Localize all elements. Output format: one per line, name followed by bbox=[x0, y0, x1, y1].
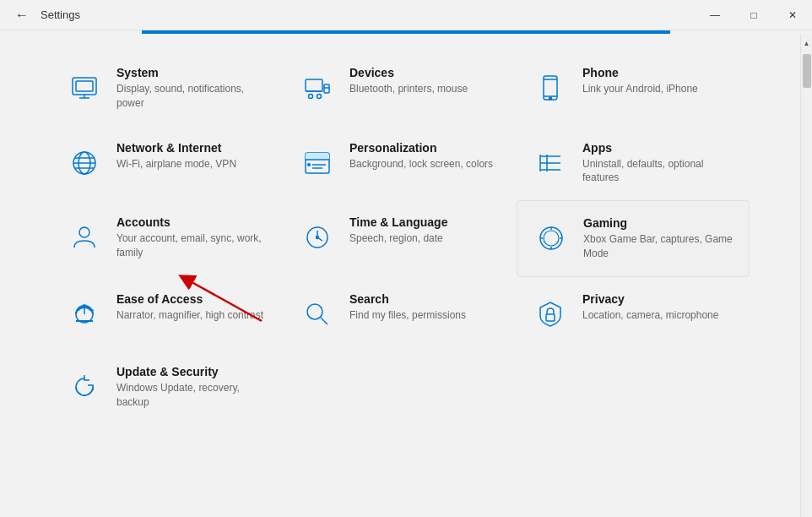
settings-item-ease[interactable]: Ease of Access Narrator, magnifier, high… bbox=[51, 277, 284, 350]
settings-item-name-privacy: Privacy bbox=[582, 292, 736, 306]
scrollbar-thumb[interactable] bbox=[803, 54, 811, 88]
settings-item-desc-devices: Bluetooth, printers, mouse bbox=[349, 82, 503, 96]
svg-point-34 bbox=[317, 237, 319, 239]
close-button[interactable]: ✕ bbox=[773, 0, 812, 30]
back-button[interactable]: ← bbox=[10, 3, 34, 27]
settings-item-name-apps: Apps bbox=[582, 141, 736, 155]
settings-grid: System Display, sound, notifications, po… bbox=[51, 51, 750, 424]
svg-rect-20 bbox=[306, 153, 329, 160]
devices-icon bbox=[297, 68, 338, 108]
main-content: System Display, sound, notifications, po… bbox=[0, 34, 800, 517]
svg-rect-4 bbox=[306, 79, 322, 91]
settings-item-text-update: Update & Security Windows Update, recove… bbox=[116, 365, 270, 410]
settings-item-name-accounts: Accounts bbox=[116, 215, 270, 229]
settings-item-text-time: Time & Language Speech, region, date bbox=[349, 215, 503, 246]
search-icon bbox=[297, 294, 338, 335]
network-icon bbox=[64, 143, 105, 183]
settings-item-update[interactable]: Update & Security Windows Update, recove… bbox=[51, 350, 284, 425]
settings-item-name-phone: Phone bbox=[582, 66, 736, 79]
settings-item-name-ease: Ease of Access bbox=[116, 292, 270, 306]
svg-rect-3 bbox=[76, 81, 93, 91]
svg-rect-48 bbox=[546, 314, 555, 321]
settings-item-desc-phone: Link your Android, iPhone bbox=[582, 82, 736, 96]
personalization-icon bbox=[297, 143, 338, 183]
scrollbar[interactable]: ▲ bbox=[800, 34, 812, 517]
settings-item-search[interactable]: Search Find my files, permissions bbox=[284, 277, 517, 350]
svg-point-46 bbox=[307, 304, 322, 319]
settings-item-desc-ease: Narrator, magnifier, high contrast bbox=[116, 308, 270, 323]
settings-item-phone[interactable]: Phone Link your Android, iPhone bbox=[517, 51, 750, 126]
svg-point-36 bbox=[544, 231, 559, 246]
settings-item-name-personalization: Personalization bbox=[349, 141, 503, 155]
settings-item-desc-personalization: Background, lock screen, colors bbox=[349, 157, 503, 171]
settings-item-devices[interactable]: Devices Bluetooth, printers, mouse bbox=[284, 51, 517, 126]
settings-item-name-network: Network & Internet bbox=[116, 141, 270, 155]
settings-item-desc-time: Speech, region, date bbox=[349, 231, 503, 246]
phone-icon bbox=[530, 68, 571, 108]
scrollbar-up[interactable]: ▲ bbox=[801, 35, 813, 51]
settings-item-desc-update: Windows Update, recovery, backup bbox=[116, 381, 270, 410]
settings-item-apps[interactable]: Apps Uninstall, defaults, optional featu… bbox=[517, 126, 750, 201]
settings-item-time[interactable]: Time & Language Speech, region, date bbox=[284, 200, 517, 277]
settings-item-text-phone: Phone Link your Android, iPhone bbox=[582, 66, 736, 96]
settings-item-text-ease: Ease of Access Narrator, magnifier, high… bbox=[116, 292, 270, 323]
minimize-button[interactable]: — bbox=[696, 0, 734, 30]
settings-item-desc-network: Wi-Fi, airplane mode, VPN bbox=[116, 157, 270, 171]
settings-item-name-devices: Devices bbox=[349, 66, 503, 79]
settings-item-accounts[interactable]: Accounts Your account, email, sync, work… bbox=[51, 200, 284, 277]
svg-point-13 bbox=[549, 97, 552, 100]
settings-item-desc-privacy: Location, camera, microphone bbox=[582, 308, 736, 323]
settings-item-text-apps: Apps Uninstall, defaults, optional featu… bbox=[582, 141, 736, 186]
svg-point-8 bbox=[309, 95, 313, 99]
svg-line-47 bbox=[321, 318, 328, 324]
window-title: Settings bbox=[41, 8, 80, 21]
settings-item-name-time: Time & Language bbox=[349, 215, 503, 229]
maximize-button[interactable]: □ bbox=[734, 0, 773, 30]
title-bar: ← Settings — □ ✕ bbox=[0, 0, 812, 30]
settings-item-gaming[interactable]: Gaming Xbox Game Bar, captures, Game Mod… bbox=[517, 200, 750, 277]
settings-item-desc-gaming: Xbox Game Bar, captures, Game Mode bbox=[583, 232, 735, 261]
settings-item-text-gaming: Gaming Xbox Game Bar, captures, Game Mod… bbox=[583, 216, 735, 261]
settings-item-privacy[interactable]: Privacy Location, camera, microphone bbox=[517, 277, 750, 350]
settings-item-desc-accounts: Your account, email, sync, work, family bbox=[116, 231, 270, 260]
window-controls: — □ ✕ bbox=[696, 0, 812, 30]
settings-item-text-system: System Display, sound, notifications, po… bbox=[116, 66, 270, 111]
ease-icon bbox=[64, 294, 105, 335]
settings-item-desc-apps: Uninstall, defaults, optional features bbox=[582, 157, 736, 186]
system-icon bbox=[64, 68, 105, 108]
accounts-icon bbox=[64, 217, 105, 258]
settings-item-name-system: System bbox=[116, 66, 270, 79]
settings-item-network[interactable]: Network & Internet Wi-Fi, airplane mode,… bbox=[51, 126, 284, 201]
window-body: System Display, sound, notifications, po… bbox=[0, 34, 812, 517]
svg-point-24 bbox=[307, 163, 311, 166]
settings-item-system[interactable]: System Display, sound, notifications, po… bbox=[51, 51, 284, 126]
settings-item-name-gaming: Gaming bbox=[583, 216, 735, 230]
settings-item-name-search: Search bbox=[349, 292, 503, 306]
settings-item-text-privacy: Privacy Location, camera, microphone bbox=[582, 292, 736, 323]
settings-item-desc-system: Display, sound, notifications, power bbox=[116, 82, 270, 111]
apps-icon bbox=[530, 143, 571, 183]
settings-item-text-search: Search Find my files, permissions bbox=[349, 292, 503, 323]
settings-item-text-accounts: Accounts Your account, email, sync, work… bbox=[116, 215, 270, 260]
settings-item-personalization[interactable]: Personalization Background, lock screen,… bbox=[284, 126, 517, 201]
time-icon bbox=[297, 217, 338, 258]
gaming-icon bbox=[531, 218, 571, 258]
svg-point-9 bbox=[317, 95, 322, 99]
settings-item-text-personalization: Personalization Background, lock screen,… bbox=[349, 141, 503, 171]
svg-point-30 bbox=[79, 227, 89, 237]
settings-item-name-update: Update & Security bbox=[116, 365, 270, 378]
settings-item-desc-search: Find my files, permissions bbox=[349, 308, 503, 323]
settings-item-text-devices: Devices Bluetooth, printers, mouse bbox=[349, 66, 503, 96]
update-icon bbox=[64, 367, 105, 407]
privacy-icon bbox=[530, 294, 571, 335]
settings-item-text-network: Network & Internet Wi-Fi, airplane mode,… bbox=[116, 141, 270, 171]
svg-rect-5 bbox=[324, 84, 329, 93]
